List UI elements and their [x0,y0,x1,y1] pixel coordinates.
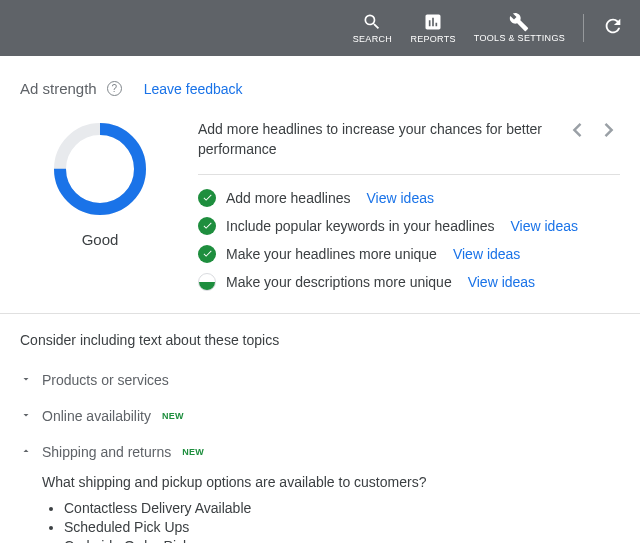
check-icon [198,245,216,263]
topic-row[interactable]: Products or services [20,362,620,398]
search-nav[interactable]: SEARCH [352,12,392,44]
topics-list: Products or servicesOnline availabilityN… [20,362,620,543]
recommendation-label: Make your descriptions more unique [226,274,452,290]
recommendation-item: Make your headlines more uniqueView idea… [198,245,620,263]
strength-gauge-section: Good [20,115,180,291]
chevron-up-icon [20,444,32,460]
recommendation-item: Include popular keywords in your headlin… [198,217,620,235]
prev-tip-button[interactable] [566,119,588,141]
reports-nav[interactable]: REPORTS [410,12,455,44]
view-ideas-link[interactable]: View ideas [511,218,578,234]
chevron-down-icon [20,372,32,388]
tools-label: TOOLS & SETTINGS [474,34,565,44]
ad-strength-header: Ad strength ? Leave feedback [20,80,620,97]
help-icon[interactable]: ? [107,81,122,96]
section-divider [0,313,640,314]
check-icon [198,217,216,235]
reports-label: REPORTS [410,34,455,44]
top-toolbar: SEARCH REPORTS TOOLS & SETTINGS [0,0,640,56]
recommendation-label: Add more headlines [226,190,351,206]
topic-label: Shipping and returns [42,444,171,460]
topic-bullet: Contactless Delivery Available [64,500,620,516]
wrench-icon [509,12,529,34]
strength-gauge [50,119,150,219]
strength-rating: Good [82,231,119,248]
reports-icon [423,12,443,34]
topic-bullet: Curbside Order Pickup [64,538,620,543]
topic-question: What shipping and pickup options are ava… [42,474,620,490]
topic-label: Products or services [42,372,169,388]
topic-label: Online availability [42,408,151,424]
ad-strength-title: Ad strength [20,80,97,97]
new-badge: NEW [162,411,184,421]
check-icon [198,189,216,207]
view-ideas-link[interactable]: View ideas [468,274,535,290]
refresh-button[interactable] [602,15,624,41]
tools-nav[interactable]: TOOLS & SETTINGS [474,12,565,44]
new-badge: NEW [182,447,204,457]
topic-bullet: Scheduled Pick Ups [64,519,620,535]
recommendation-item: Add more headlinesView ideas [198,189,620,207]
strength-tip-row: Add more headlines to increase your chan… [198,115,620,175]
topics-title: Consider including text about these topi… [20,332,620,348]
next-tip-button[interactable] [598,119,620,141]
view-ideas-link[interactable]: View ideas [453,246,520,262]
recommendation-label: Include popular keywords in your headlin… [226,218,495,234]
leave-feedback-link[interactable]: Leave feedback [144,81,243,97]
main-content: Ad strength ? Leave feedback Good Add mo… [0,56,640,543]
toolbar-divider [583,14,584,42]
topic-row[interactable]: Shipping and returnsNEW [20,434,620,470]
recommendation-item: Make your descriptions more uniqueView i… [198,273,620,291]
recommendations-list: Add more headlinesView ideasInclude popu… [198,189,620,291]
topic-row[interactable]: Online availabilityNEW [20,398,620,434]
recommendation-label: Make your headlines more unique [226,246,437,262]
view-ideas-link[interactable]: View ideas [367,190,434,206]
chevron-down-icon [20,408,32,424]
search-label: SEARCH [353,34,392,44]
topic-expanded-body: What shipping and pickup options are ava… [20,470,620,543]
topic-bullet-list: Contactless Delivery AvailableScheduled … [42,500,620,543]
search-icon [362,12,382,34]
strength-tip: Add more headlines to increase your chan… [198,119,556,160]
partial-check-icon [198,273,216,291]
